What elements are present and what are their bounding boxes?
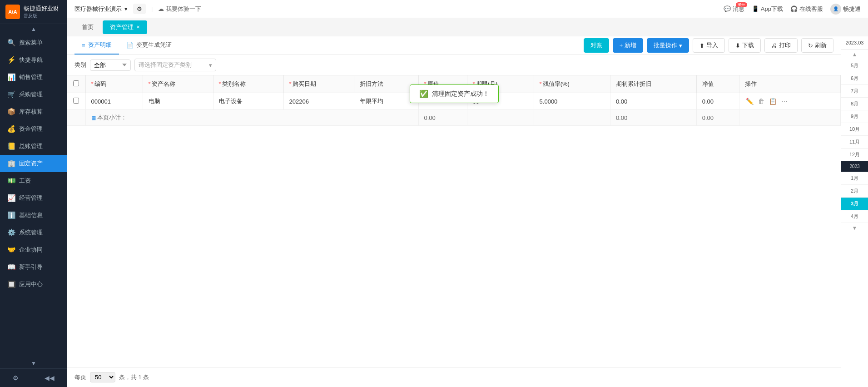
sidebar-item-ops-mgmt[interactable]: 📈 经营管理 — [0, 189, 67, 207]
row-checkbox[interactable] — [73, 98, 79, 104]
panel-scroll-up-button[interactable]: ▲ — [841, 50, 868, 60]
sidebar-item-enterprise[interactable]: 🤝 企业协同 — [0, 241, 67, 258]
cell-code: 000001 — [85, 93, 143, 110]
timeline-month-1[interactable]: 1月 — [841, 172, 868, 185]
phone-icon: 📱 — [752, 5, 759, 12]
sidebar-item-search[interactable]: 🔍 搜索菜单 — [0, 34, 67, 51]
timeline-month-7[interactable]: 7月 — [841, 85, 868, 98]
timeline-month-2[interactable]: 2月 — [841, 185, 868, 198]
timeline-month-6[interactable]: 6月 — [841, 72, 868, 85]
basic-info-icon: ℹ️ — [7, 211, 15, 219]
page-size-select[interactable]: 50 100 — [90, 372, 115, 382]
user-profile[interactable]: 👤 畅捷通 — [830, 4, 861, 15]
company-name: 医疗器械行业演示 — [74, 5, 122, 13]
quick-nav-icon: ⚡ — [7, 56, 15, 64]
cell-category: 电子设备 — [213, 93, 283, 110]
sidebar-item-funds-label: 资金管理 — [19, 125, 43, 133]
topbar-right: 💬 消息 99+ 📱 App下载 🎧 在线客服 👤 畅捷通 — [724, 4, 861, 15]
timeline-month-12[interactable]: 12月 — [841, 149, 868, 161]
newcomer-icon: 📖 — [7, 263, 15, 271]
new-button[interactable]: + 新增 — [613, 38, 643, 53]
batch-ops-button[interactable]: 批量操作 ▾ — [647, 38, 689, 53]
reconcile-button[interactable]: 对账 — [584, 38, 609, 53]
logo-edition: 普及版 — [24, 13, 59, 19]
tab-bar: 首页 资产管理 ✕ — [67, 18, 868, 36]
col-purchase-date: *购买日期 — [283, 75, 354, 93]
tab-close-icon[interactable]: ✕ — [136, 25, 140, 30]
logo-abbr-text: AtA — [8, 9, 17, 15]
timeline-month-5[interactable]: 5月 — [841, 60, 868, 72]
subtotal-label-cell: ▦ 本页小计： — [85, 110, 418, 126]
sidebar-item-inventory[interactable]: 📦 库存核算 — [0, 103, 67, 120]
sidebar-scroll-down-button[interactable]: ▼ — [0, 358, 67, 368]
edit-row-button[interactable]: ✏️ — [745, 97, 754, 106]
sub-tab-change-voucher[interactable]: 📄 变更生成凭证 — [119, 36, 179, 55]
purchase-icon: 🛒 — [7, 90, 15, 99]
timeline-month-3-current[interactable]: 3月 — [841, 198, 868, 210]
panel-scroll-down-button[interactable]: ▼ — [841, 223, 868, 233]
sidebar-item-ledger[interactable]: 📒 总账管理 — [0, 138, 67, 155]
inventory-icon: 📦 — [7, 108, 15, 116]
timeline-month-10[interactable]: 10月 — [841, 123, 868, 136]
app-download-button[interactable]: 📱 App下载 — [752, 5, 783, 13]
tab-home[interactable]: 首页 — [74, 20, 101, 34]
sidebar-item-funds[interactable]: 💰 资金管理 — [0, 120, 67, 138]
category-filter-select[interactable]: 全部 电子设备 — [90, 60, 131, 71]
sidebar-item-app-center-label: 应用中心 — [19, 280, 43, 288]
col-opening-accumulated: 期初累计折旧 — [610, 75, 696, 93]
collapse-button[interactable]: ◀◀ — [41, 372, 58, 383]
row-checkbox-cell[interactable] — [67, 93, 85, 110]
select-all-checkbox[interactable] — [73, 80, 79, 86]
copy-row-button[interactable]: 📋 — [768, 97, 778, 106]
delete-row-button[interactable]: 🗑 — [757, 97, 765, 106]
user-name: 畅捷通 — [843, 5, 861, 13]
select-all-cell[interactable] — [67, 75, 85, 93]
timeline-month-9[interactable]: 9月 — [841, 110, 868, 123]
asset-category-placeholder: 请选择固定资产类别 — [139, 61, 192, 69]
sidebar-scroll-up-button[interactable]: ▲ — [0, 24, 67, 34]
company-dropdown-icon: ▾ — [124, 5, 128, 12]
refresh-button[interactable]: ↻ 刷新 — [801, 38, 833, 53]
col-actions: 操作 — [739, 75, 840, 93]
sub-tab-asset-detail[interactable]: ≡ 资产明细 — [74, 36, 119, 55]
col-code: *编码 — [85, 75, 143, 93]
import-button[interactable]: ⬆ 导入 — [693, 38, 725, 53]
success-message: 清理固定资产成功！ — [432, 90, 489, 98]
tab-asset-management[interactable]: 资产管理 ✕ — [103, 20, 147, 34]
timeline-month-4[interactable]: 4月 — [841, 210, 868, 223]
more-row-button[interactable]: ⋯ — [780, 97, 789, 106]
page-container: ≡ 资产明细 📄 变更生成凭证 对账 + 新增 批量操作 ▾ — [67, 36, 868, 387]
online-service-button[interactable]: 🎧 在线客服 — [790, 5, 823, 13]
sidebar-item-basic-info[interactable]: ℹ️ 基础信息 — [0, 207, 67, 224]
settings-button[interactable]: ⚙ — [9, 372, 22, 383]
sidebar-item-newcomer[interactable]: 📖 新手引导 — [0, 258, 67, 276]
tab-home-label: 首页 — [82, 23, 94, 31]
sidebar-item-payroll[interactable]: 💵 工资 — [0, 172, 67, 189]
asset-category-dropdown[interactable]: 请选择固定资产类别 ▾ — [134, 59, 216, 71]
subtotal-period-empty — [467, 110, 534, 126]
experience-button[interactable]: ☁ 我要体验一下 — [158, 5, 201, 13]
timeline-month-11[interactable]: 11月 — [841, 136, 868, 149]
download-button[interactable]: ⬇ 下载 — [729, 38, 761, 53]
sidebar-item-quick-nav[interactable]: ⚡ 快捷导航 — [0, 51, 67, 69]
timeline-month-8[interactable]: 8月 — [841, 98, 868, 110]
sidebar-item-system-mgmt-label: 系统管理 — [19, 228, 43, 237]
avatar: 👤 — [830, 4, 841, 15]
cell-net-value: 0.00 — [696, 93, 739, 110]
messages-button[interactable]: 💬 消息 99+ — [724, 5, 744, 13]
topbar: 医疗器械行业演示 ▾ ⚙ | ☁ 我要体验一下 💬 消息 99+ 📱 App下载… — [67, 0, 868, 18]
sidebar-item-ledger-label: 总账管理 — [19, 142, 43, 150]
ledger-icon: 📒 — [7, 142, 15, 150]
settings-gear-button[interactable]: ⚙ — [133, 4, 146, 14]
sidebar-item-fixed-assets[interactable]: 🏢 固定资产 — [0, 155, 67, 172]
download-icon: ⬇ — [735, 42, 740, 49]
sidebar-item-sales[interactable]: 📊 销售管理 — [0, 69, 67, 86]
company-selector[interactable]: 医疗器械行业演示 ▾ — [74, 5, 128, 13]
sidebar-item-purchase[interactable]: 🛒 采购管理 — [0, 86, 67, 103]
cloud-icon: ☁ — [158, 5, 164, 12]
print-button[interactable]: 🖨 打印 — [764, 38, 798, 53]
sidebar-item-app-center[interactable]: 🔲 应用中心 — [0, 276, 67, 293]
sidebar-item-system-mgmt[interactable]: ⚙️ 系统管理 — [0, 224, 67, 241]
cell-depreciation: 年限平均 — [354, 93, 418, 110]
app-center-icon: 🔲 — [7, 280, 15, 288]
